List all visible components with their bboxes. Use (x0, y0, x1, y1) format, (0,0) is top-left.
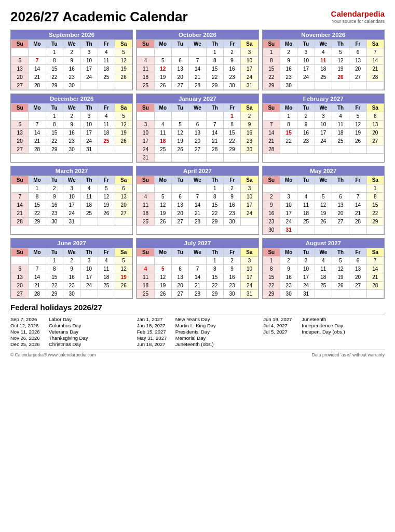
cal-day: 4 (80, 184, 98, 192)
cal-day: 16 (241, 128, 258, 137)
cal-week: 21222324252627 (11, 209, 132, 217)
cal-day: 19 (332, 273, 349, 281)
month-title: April 2027 (137, 166, 258, 176)
cal-day: 22 (46, 73, 63, 81)
calendars-grid: September 2026SuMoTuWeThFrSa123456789101… (10, 30, 385, 299)
month-block-november-2026: November 2026SuMoTuWeThFrSa1234567891011… (262, 30, 385, 90)
cal-day: 28 (366, 73, 384, 81)
cal-day: 23 (280, 73, 297, 81)
cal-day (171, 112, 188, 120)
cal-day: 1 (206, 48, 223, 56)
cal-table: SuMoTuWeThFrSa12345678910111213141516171… (137, 176, 258, 226)
cal-day: 8 (206, 192, 223, 201)
cal-day: 26 (115, 137, 132, 145)
cal-day: 29 (206, 81, 223, 89)
cal-week: 12 (137, 112, 258, 120)
cal-day (189, 256, 206, 264)
cal-day: 18 (98, 273, 115, 281)
holiday-date: May 31, 2027 (137, 335, 172, 341)
month-title: December 2026 (11, 94, 132, 103)
cal-day: 1 (263, 48, 280, 56)
col-header-th: Th (332, 176, 349, 184)
cal-day (171, 48, 188, 56)
cal-day (137, 48, 154, 56)
cal-day: 27 (11, 81, 29, 89)
cal-day: 19 (115, 64, 132, 73)
cal-day: 20 (332, 209, 349, 217)
holiday-name: Juneteenth (obs.) (175, 341, 214, 347)
page-header: 2026/27 Academic Calendar Calendarpedia … (10, 9, 385, 24)
month-title: September 2026 (11, 30, 132, 39)
cal-day: 26 (349, 137, 366, 145)
col-header-fr: Fr (223, 39, 240, 48)
cal-day: 18 (154, 137, 171, 145)
cal-day (349, 184, 366, 192)
cal-day: 24 (80, 73, 98, 81)
cal-day: 22 (366, 209, 384, 217)
cal-day: 21 (366, 273, 384, 281)
cal-week: 20212223242526 (11, 137, 132, 145)
page-title: 2026/27 Academic Calendar (10, 9, 188, 24)
cal-day (171, 256, 188, 264)
cal-week: 16171819202122 (263, 209, 384, 217)
cal-day: 8 (263, 56, 280, 64)
cal-day: 4 (315, 256, 332, 264)
cal-week: 45678910 (137, 264, 258, 273)
cal-day (349, 81, 366, 89)
col-header-tu: Tu (171, 176, 188, 184)
cal-day (297, 225, 315, 234)
col-header-we: We (315, 248, 332, 256)
cal-day: 19 (154, 73, 171, 81)
cal-day: 23 (223, 209, 240, 217)
cal-week: 78910111213 (263, 120, 384, 128)
cal-day (263, 112, 280, 120)
cal-week: 123456 (11, 184, 132, 192)
cal-day: 1 (29, 184, 46, 192)
cal-day: 31 (63, 217, 80, 225)
cal-day: 25 (98, 137, 115, 145)
cal-day: 12 (332, 264, 349, 273)
month-title: August 2027 (263, 238, 384, 248)
cal-week: 2728293031 (11, 145, 132, 153)
cal-day: 27 (349, 73, 366, 81)
logo-subtitle: Your source for calendars (331, 19, 385, 24)
cal-day (332, 145, 349, 153)
month-block-april-2027: April 2027SuMoTuWeThFrSa1234567891011121… (136, 166, 258, 235)
logo-area: Calendarpedia Your source for calendars (331, 9, 385, 24)
col-header-fr: Fr (223, 248, 240, 256)
cal-day: 21 (29, 281, 46, 289)
col-header-fr: Fr (349, 176, 366, 184)
col-header-tu: Tu (171, 103, 188, 112)
holiday-name: New Year's Day (175, 316, 210, 322)
cal-day: 27 (171, 217, 188, 225)
cal-day: 9 (280, 264, 297, 273)
cal-day: 25 (137, 81, 154, 89)
cal-day: 3 (137, 120, 154, 128)
cal-day: 25 (315, 281, 332, 289)
cal-day: 12 (332, 56, 349, 64)
cal-day: 23 (223, 281, 240, 289)
cal-day: 22 (263, 281, 280, 289)
month-title: February 2027 (263, 94, 384, 103)
cal-day: 9 (63, 264, 80, 273)
cal-day (11, 256, 29, 264)
cal-day: 18 (315, 273, 332, 281)
cal-day: 6 (11, 56, 29, 64)
cal-day: 14 (189, 201, 206, 209)
cal-day: 11 (98, 264, 115, 273)
cal-day (315, 225, 332, 234)
cal-day: 11 (154, 128, 171, 137)
cal-day: 24 (297, 73, 315, 81)
cal-day: 21 (189, 281, 206, 289)
col-header-tu: Tu (297, 248, 315, 256)
cal-day: 18 (98, 128, 115, 137)
col-header-su: Su (137, 176, 154, 184)
cal-day (315, 81, 332, 89)
col-header-tu: Tu (46, 103, 63, 112)
cal-day: 4 (137, 56, 154, 64)
cal-day: 7 (349, 192, 366, 201)
cal-day: 16 (223, 273, 240, 281)
holiday-row: Jun 18, 2027Juneteenth (obs.) (137, 341, 258, 347)
cal-day: 26 (171, 145, 188, 153)
month-block-june-2027: June 2027SuMoTuWeThFrSa12345678910111213… (10, 238, 133, 299)
